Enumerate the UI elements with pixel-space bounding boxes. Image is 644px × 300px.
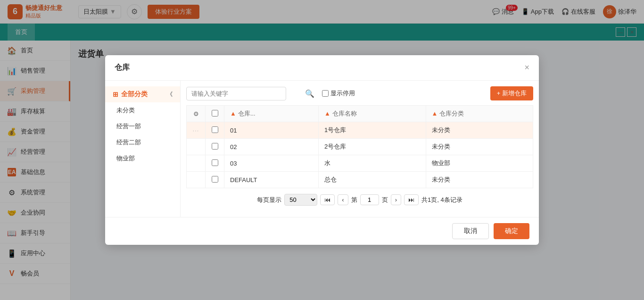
table-panel: 🔍 显示停用 + 新增仓库 ⚙ [181, 81, 539, 217]
table-row[interactable]: DEFAULT 总仓 未分类 [187, 172, 533, 188]
search-wrap: 🔍 [186, 87, 318, 100]
category-panel: ⊞ 全部分类 《 未分类 经营一部 经营二部 物业部 [105, 81, 181, 217]
add-warehouse-button[interactable]: + 新增仓库 [490, 86, 533, 100]
th-settings[interactable]: ⚙ [187, 106, 206, 122]
category-item-unclassified[interactable]: 未分类 [105, 102, 180, 118]
row-category: 未分类 [426, 172, 533, 188]
row-settings[interactable] [187, 139, 206, 155]
th-check[interactable] [206, 106, 224, 122]
row-category: 物业部 [426, 155, 533, 172]
dialog-body: ⊞ 全部分类 《 未分类 经营一部 经营二部 物业部 🔍 [105, 81, 539, 217]
row-category: 未分类 [426, 122, 533, 139]
dialog-close-button[interactable]: × [524, 63, 529, 73]
dialog-title: 仓库 [115, 63, 130, 73]
cancel-button[interactable]: 取消 [452, 223, 489, 239]
show-disabled-label[interactable]: 显示停用 [322, 89, 355, 98]
row-settings[interactable] [187, 172, 206, 188]
per-page-label: 每页显示 [257, 196, 281, 204]
prev-page-btn[interactable]: ‹ [338, 194, 348, 205]
warehouse-dialog: 仓库 × ⊞ 全部分类 《 未分类 经营一部 经营二部 物业部 [105, 55, 539, 245]
row-name: 2号仓库 [319, 139, 426, 155]
row-code: 01 [224, 122, 319, 139]
row-category: 未分类 [426, 139, 533, 155]
search-input[interactable] [186, 87, 286, 100]
category-all[interactable]: ⊞ 全部分类 《 [105, 86, 180, 102]
row-name: 水 [319, 155, 426, 172]
category-item-property[interactable]: 物业部 [105, 150, 180, 167]
row-settings[interactable]: ··· [187, 122, 206, 139]
modal-overlay: 仓库 × ⊞ 全部分类 《 未分类 经营一部 经营二部 物业部 [0, 0, 644, 300]
row-check[interactable] [206, 155, 224, 172]
page-suffix: 页 [382, 196, 388, 204]
table-body: ··· 01 1号仓库 未分类 02 2号仓库 [187, 122, 533, 188]
row-check[interactable] [206, 139, 224, 155]
select-all-checkbox[interactable] [212, 110, 218, 117]
row-name: 1号仓库 [319, 122, 426, 139]
row-code: DEFAULT [224, 172, 319, 188]
search-icon[interactable]: 🔍 [305, 89, 314, 98]
row-check[interactable] [206, 122, 224, 139]
first-page-btn[interactable]: ⏮ [320, 194, 335, 205]
show-disabled-checkbox[interactable] [322, 90, 329, 97]
th-name: ▲仓库名称 [319, 106, 426, 122]
confirm-button[interactable]: 确定 [494, 223, 529, 239]
dialog-header: 仓库 × [105, 55, 539, 81]
next-page-btn[interactable]: › [391, 194, 401, 205]
row-code: 03 [224, 155, 319, 172]
category-item-operations2[interactable]: 经营二部 [105, 134, 180, 150]
table-header: ⚙ ▲仓库... ▲仓库名称 ▲仓库分类 [187, 106, 533, 122]
row-check[interactable] [206, 172, 224, 188]
category-item-operations1[interactable]: 经营一部 [105, 118, 180, 134]
total-info: 共1页, 4条记录 [421, 196, 462, 204]
row-code: 02 [224, 139, 319, 155]
table-toolbar: 🔍 显示停用 + 新增仓库 [186, 86, 533, 100]
per-page-select[interactable]: 50 10 20 100 [284, 194, 317, 206]
th-category: ▲仓库分类 [426, 106, 533, 122]
row-name: 总仓 [319, 172, 426, 188]
th-code: ▲仓库... [224, 106, 319, 122]
table-row[interactable]: 02 2号仓库 未分类 [187, 139, 533, 155]
page-label: 第 [351, 196, 357, 204]
table-row[interactable]: ··· 01 1号仓库 未分类 [187, 122, 533, 139]
row-settings[interactable] [187, 155, 206, 172]
collapse-icon[interactable]: 《 [167, 91, 173, 99]
page-input[interactable] [360, 194, 379, 205]
warehouse-table: ⚙ ▲仓库... ▲仓库名称 ▲仓库分类 ··· 01 [186, 105, 533, 188]
last-page-btn[interactable]: ⏭ [404, 194, 419, 205]
grid-icon: ⊞ [113, 91, 118, 98]
pagination: 每页显示 50 10 20 100 ⏮ ‹ 第 页 › ⏭ 共1页, 4条记录 [186, 188, 533, 211]
table-row[interactable]: 03 水 物业部 [187, 155, 533, 172]
dialog-footer: 取消 确定 [105, 217, 539, 245]
table-scroll: ⚙ ▲仓库... ▲仓库名称 ▲仓库分类 ··· 01 [186, 105, 533, 188]
